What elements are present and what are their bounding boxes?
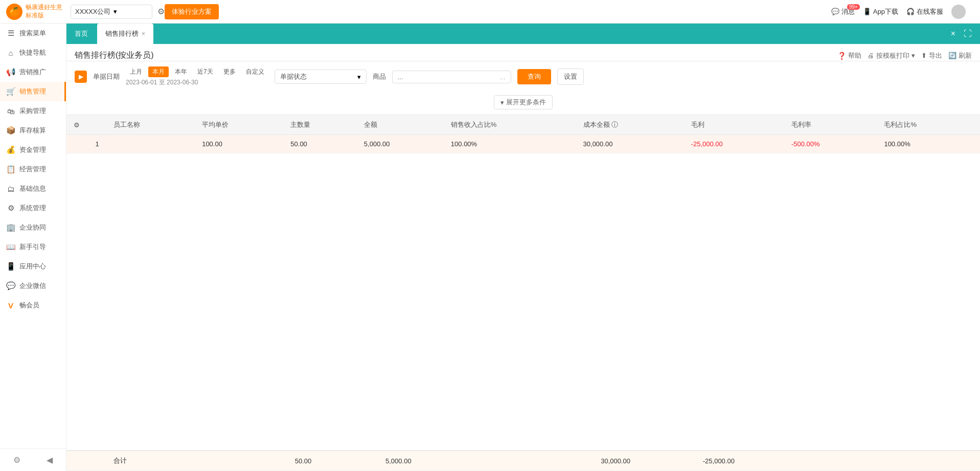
inventory-icon: 📦 <box>6 126 15 135</box>
window-max-btn[interactable]: ⛶ <box>962 27 974 40</box>
date-tab-7days[interactable]: 近7天 <box>193 66 217 77</box>
chevron-down-icon: ▾ <box>113 8 117 15</box>
goods-input[interactable] <box>398 73 500 81</box>
sidebar-label: 快捷导航 <box>19 48 46 57</box>
sidebar-item-quick-nav[interactable]: ⌂ 快捷导航 <box>0 43 66 62</box>
guide-icon: 📖 <box>6 242 15 252</box>
goods-label: 商品 <box>373 72 386 81</box>
status-chevron-icon: ▾ <box>357 73 361 81</box>
sidebar-item-system[interactable]: ⚙ 系统管理 <box>0 198 66 218</box>
app-center-icon: 📱 <box>6 262 15 271</box>
base-info-icon: 🗂 <box>6 185 15 193</box>
company-selector[interactable]: XXXXX公司 ▾ <box>71 5 152 19</box>
refresh-icon: 🔄 <box>948 52 956 59</box>
col-amount: 全额 <box>358 115 445 135</box>
row-profit: -25,000.00 <box>685 135 785 153</box>
sidebar-item-base-info[interactable]: 🗂 基础信息 <box>0 179 66 198</box>
row-rank: 1 <box>87 135 107 153</box>
export-icon: ⬆ <box>921 52 927 59</box>
date-label: 单据日期 <box>93 72 120 81</box>
download-icon: 📱 <box>863 8 871 15</box>
sidebar-item-search[interactable]: ☰ 搜索菜单 <box>0 24 66 43</box>
expand-icon: ▾ <box>500 99 504 106</box>
sidebar-label: 基础信息 <box>19 184 46 193</box>
sidebar-item-app-center[interactable]: 📱 应用中心 <box>0 257 66 276</box>
date-tab-last-month[interactable]: 上月 <box>126 66 146 77</box>
sidebar-item-marketing[interactable]: 📢 营销推广 <box>0 62 66 82</box>
settings-icon-btn[interactable]: ⚙ <box>157 7 165 16</box>
row-settings <box>66 135 87 153</box>
sidebar-item-operations[interactable]: 📋 经营管理 <box>0 160 66 179</box>
data-table: ⚙ 员工名称 平均单价 主数量 全额 销售收入占比% 成本全额 ⓘ 毛利 毛利率 <box>66 115 980 153</box>
sidebar-item-wechat[interactable]: 💬 企业微信 <box>0 276 66 296</box>
filter-expand-arrow[interactable]: ▶ <box>75 71 87 83</box>
sidebar-label: 库存核算 <box>19 126 46 135</box>
date-tab-custom[interactable]: 自定义 <box>242 66 268 77</box>
row-profit-rate: -500.00% <box>785 135 878 153</box>
user-avatar[interactable] <box>951 5 966 19</box>
sidebar-label: 新手引导 <box>19 242 46 252</box>
sidebar-item-purchase[interactable]: 🛍 采购管理 <box>0 101 66 121</box>
date-range: 2023-06-01 至 2023-06-30 <box>126 78 268 87</box>
export-btn[interactable]: ⬆ 导出 <box>921 51 942 60</box>
member-icon: V <box>6 301 15 310</box>
table-settings-btn[interactable]: 设置 <box>557 69 584 85</box>
online-service-btn[interactable]: 🎧 在线客服 <box>906 7 943 16</box>
expand-conditions-btn[interactable]: ▾ 展开更多条件 <box>494 95 553 109</box>
logo-area: 🍊 畅康通好生意 标准版 <box>6 4 62 20</box>
sidebar-item-inventory[interactable]: 📦 库存核算 <box>0 121 66 140</box>
date-tab-more[interactable]: 更多 <box>219 66 240 77</box>
enterprise-icon: 🏢 <box>6 223 15 232</box>
logo-icon: 🍊 <box>6 4 22 20</box>
wechat-icon: 💬 <box>6 281 15 290</box>
col-rank <box>87 115 107 135</box>
page-content: 销售排行榜(按业务员) ❓ 帮助 🖨 按模板打印 ▾ ⬆ <box>66 44 980 471</box>
sidebar-label: 经营管理 <box>19 165 46 174</box>
date-tab-this-month[interactable]: 本月 <box>148 66 169 77</box>
status-select[interactable]: 单据状态 ▾ <box>275 70 367 84</box>
sidebar-collapse-btn[interactable]: ◀ <box>42 453 57 467</box>
tab-label: 销售排行榜 <box>105 29 139 38</box>
query-btn[interactable]: 查询 <box>517 69 551 84</box>
footer-avg-price <box>198 451 288 471</box>
tab-close-icon[interactable]: × <box>142 30 145 37</box>
goods-input-container: ... <box>392 71 511 83</box>
sidebar-label: 搜索菜单 <box>19 29 46 38</box>
goods-more-icon[interactable]: ... <box>500 73 506 81</box>
window-close-btn[interactable]: × <box>949 27 958 40</box>
date-tab-this-year[interactable]: 本年 <box>171 66 191 77</box>
top-bar: 🍊 畅康通好生意 标准版 XXXXX公司 ▾ ⚙ 体验行业方案 💬 消息 99+… <box>0 0 980 24</box>
footer-profit-pct <box>890 451 980 471</box>
sidebar-item-member[interactable]: V 畅会员 <box>0 296 66 315</box>
message-btn[interactable]: 💬 消息 99+ <box>831 7 855 16</box>
sidebar: ☰ 搜索菜单 ⌂ 快捷导航 📢 营销推广 🛒 销售管理 🛍 采购管理 📦 库 <box>0 24 66 471</box>
sidebar-item-enterprise[interactable]: 🏢 企业协同 <box>0 218 66 237</box>
refresh-btn[interactable]: 🔄 刷新 <box>948 51 972 60</box>
finance-icon: 💰 <box>6 145 15 154</box>
sidebar-item-sales[interactable]: 🛒 销售管理 <box>0 82 66 101</box>
col-settings[interactable]: ⚙ <box>66 115 87 135</box>
sidebar-label: 畅会员 <box>19 301 39 310</box>
sidebar-label: 营销推广 <box>19 68 46 77</box>
content-area: 首页 销售排行榜 × × ⛶ 销售排行榜(按业务员) <box>66 24 980 471</box>
tab-sales-ranking[interactable]: 销售排行榜 × <box>97 24 153 44</box>
tab-home[interactable]: 首页 <box>66 24 96 44</box>
sidebar-settings-btn[interactable]: ⚙ <box>9 453 25 467</box>
sidebar-item-guide[interactable]: 📖 新手引导 <box>0 237 66 257</box>
app-download-btn[interactable]: 📱 App下载 <box>863 7 898 16</box>
tab-actions: × ⛶ <box>949 27 980 40</box>
print-icon: 🖨 <box>868 52 874 59</box>
top-bar-right: 💬 消息 99+ 📱 App下载 🎧 在线客服 <box>831 5 974 19</box>
filter-area: ▶ 单据日期 上月 本月 本年 近7天 更多 自定义 <box>66 61 980 115</box>
print-btn[interactable]: 🖨 按模板打印 ▾ <box>868 51 915 60</box>
col-sales-pct: 销售收入占比% <box>445 115 577 135</box>
sidebar-item-finance[interactable]: 💰 资金管理 <box>0 140 66 160</box>
trial-btn[interactable]: 体验行业方案 <box>165 4 219 19</box>
footer-sales-pct <box>482 451 595 471</box>
row-amount: 5,000.00 <box>358 135 445 153</box>
page-header: 销售排行榜(按业务员) ❓ 帮助 🖨 按模板打印 ▾ ⬆ <box>66 44 980 61</box>
sales-icon: 🛒 <box>6 87 15 96</box>
row-avg-price: 100.00 <box>196 135 284 153</box>
sidebar-label: 资金管理 <box>19 145 46 154</box>
help-btn[interactable]: ❓ 帮助 <box>837 51 861 60</box>
